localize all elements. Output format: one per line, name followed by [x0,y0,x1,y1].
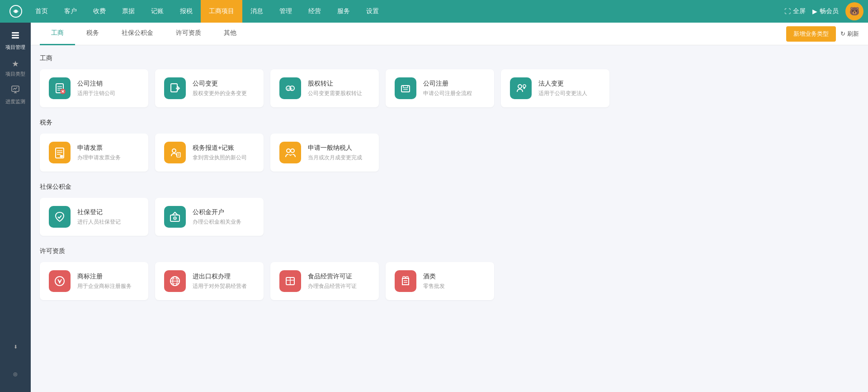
card-import-export-info: 进出口权办理 适用于对外贸易经营者 [193,272,247,290]
card-social-security-desc: 进行人员社保登记 [77,218,121,226]
card-equity-transfer[interactable]: ¥ $ 股权转让 公司变更需要股权转让 [270,69,379,107]
section-title-tax: 税务 [40,119,859,127]
svg-rect-4 [12,37,19,38]
svg-rect-30 [177,153,180,157]
card-alcohol[interactable]: 酒类 零售批发 [386,262,494,300]
tab-tax[interactable]: 税务 [75,23,110,45]
mascot-avatar[interactable]: 🐻 [845,2,863,20]
svg-rect-20 [403,86,408,88]
refresh-icon: ↻ [840,30,845,37]
app-logo [5,0,27,23]
card-food-license-desc: 办理食品经营许可证 [308,282,357,290]
refresh-button[interactable]: ↻ 刷新 [840,30,859,38]
company-change-icon [164,77,186,99]
svg-point-29 [172,149,176,153]
trademark-icon [49,270,71,292]
card-general-taxpayer[interactable]: 申请一般纳税人 当月或次月成变更完成 [270,134,379,172]
card-company-change-title: 公司变更 [193,80,247,88]
scroll-content[interactable]: 工商 公司注销 [31,45,868,392]
sidebar-item-progress[interactable]: 进度监测 [0,81,31,109]
svg-point-33 [287,149,290,153]
card-housing-fund[interactable]: 公积金开户 办理公积金相关业务 [155,198,264,236]
nav-customer[interactable]: 客户 [56,0,85,23]
card-general-taxpayer-title: 申请一般纳税人 [308,144,362,152]
card-invoice-title: 申请发票 [77,144,121,152]
social-security-icon [49,206,71,228]
card-import-export-desc: 适用于对外贸易经营者 [193,282,247,290]
tab-actions: 新增业务类型 ↻ 刷新 [786,26,859,42]
tabs-container: 工商 税务 社保公积金 许可资质 其他 [40,23,248,45]
sidebar-settings-bottom[interactable]: ◎ [0,360,31,387]
list-icon [11,31,20,42]
card-invoice-desc: 办理申请发票业务 [77,154,121,162]
card-import-export[interactable]: 进出口权办理 适用于对外贸易经营者 [155,262,264,300]
card-import-export-title: 进出口权办理 [193,272,247,281]
company-register-icon [395,77,416,99]
nav-operations[interactable]: 经营 [300,0,329,23]
settings-circle-icon: ◎ [13,371,18,377]
nav-service[interactable]: 服务 [329,0,358,23]
main-layout: 项目管理 ★ 项目类型 进度监测 ⬇ ◎ [0,23,868,392]
card-legal-change-title: 法人变更 [538,80,587,88]
fullscreen-label: 全屏 [793,7,806,15]
tab-other[interactable]: 其他 [212,23,248,45]
equity-transfer-icon: ¥ $ [279,77,301,99]
card-invoice[interactable]: 申请发票 办理申请发票业务 [40,134,148,172]
card-equity-transfer-desc: 公司变更需要股权转让 [308,90,362,97]
social-cards: 社保登记 进行人员社保登记 公积金开户 [40,198,859,236]
nav-management[interactable]: 管理 [271,0,300,23]
sidebar-progress-label: 进度监测 [5,98,25,105]
food-license-icon [279,270,301,292]
card-equity-transfer-info: 股权转让 公司变更需要股权转让 [308,80,362,97]
nav-industrial[interactable]: 工商项目 [201,0,242,23]
card-tax-accounting[interactable]: 税务报道+记账 拿到营业执照的新公司 [155,134,264,172]
industrial-cards: 公司注销 适用于注销公司 公司变更 股权变更外的业务变更 [40,69,859,107]
card-social-security[interactable]: 社保登记 进行人员社保登记 [40,198,148,236]
fullscreen-icon: ⛶ [784,8,791,15]
tab-industrial[interactable]: 工商 [40,23,75,45]
card-company-register-title: 公司注册 [423,80,472,88]
nav-bills[interactable]: 票据 [114,0,143,23]
svg-point-1 [14,10,17,13]
nav-fees[interactable]: 收费 [85,0,114,23]
card-company-change[interactable]: 公司变更 股权变更外的业务变更 [155,69,264,107]
nav-tax-report[interactable]: 报税 [172,0,201,23]
card-company-register-desc: 申请公司注册全流程 [423,90,472,97]
card-legal-change-desc: 适用于公司变更法人 [538,90,587,97]
svg-text:$: $ [291,87,292,91]
import-export-icon [164,270,186,292]
top-navigation: 首页 客户 收费 票据 记账 报税 工商项目 消息 管理 经营 服务 设置 ⛶ … [0,0,868,23]
nav-accounting[interactable]: 记账 [143,0,172,23]
tab-license[interactable]: 许可资质 [165,23,212,45]
vip-label: 畅会员 [820,7,839,15]
alcohol-icon [395,270,416,292]
add-business-type-button[interactable]: 新增业务类型 [786,26,836,42]
card-company-change-info: 公司变更 股权变更外的业务变更 [193,80,247,97]
nav-home[interactable]: 首页 [27,0,56,23]
card-invoice-info: 申请发票 办理申请发票业务 [77,144,121,162]
general-taxpayer-icon [279,142,301,163]
section-title-license: 许可资质 [40,247,859,255]
card-company-cancel[interactable]: 公司注销 适用于注销公司 [40,69,148,107]
card-trademark-title: 商标注册 [77,272,132,281]
section-title-industrial: 工商 [40,54,859,62]
card-trademark[interactable]: 商标注册 用于企业商标注册服务 [40,262,148,300]
fullscreen-button[interactable]: ⛶ 全屏 [784,7,806,15]
card-legal-change[interactable]: 法人变更 适用于公司变更法人 [501,69,609,107]
card-general-taxpayer-info: 申请一般纳税人 当月或次月成变更完成 [308,144,362,162]
card-food-license[interactable]: 食品经营许可证 办理食品经营许可证 [270,262,379,300]
sidebar-project-label: 项目管理 [5,44,25,51]
nav-messages[interactable]: 消息 [242,0,271,23]
sidebar-download[interactable]: ⬇ [0,333,31,360]
sidebar-item-project-management[interactable]: 项目管理 [0,27,31,54]
nav-settings[interactable]: 设置 [358,0,387,23]
card-tax-accounting-desc: 拿到营业执照的新公司 [193,154,247,162]
card-alcohol-info: 酒类 零售批发 [423,272,445,290]
invoice-icon [49,142,71,163]
legal-change-icon [510,77,532,99]
sidebar-item-project-type[interactable]: ★ 项目类型 [0,54,31,81]
card-housing-fund-info: 公积金开户 办理公积金相关业务 [193,208,241,226]
tab-social-security[interactable]: 社保公积金 [110,23,165,45]
vip-button[interactable]: ▶ 畅会员 [812,7,839,15]
card-company-register[interactable]: 公司注册 申请公司注册全流程 [386,69,494,107]
